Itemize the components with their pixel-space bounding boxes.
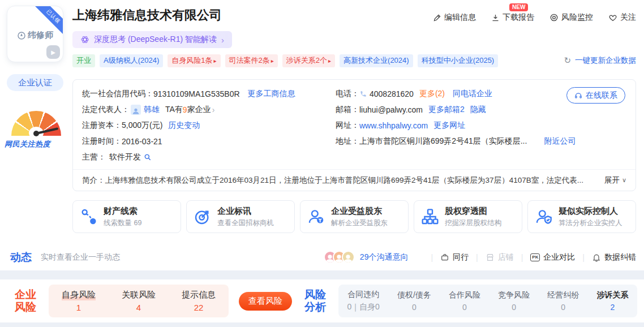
person-avatar-icon	[131, 105, 141, 115]
status-tags: 开业 A级纳税人(2024) 自身风险1条▸ 司法案件2条▸ 涉诉关系2个▸ 高…	[72, 54, 498, 67]
info-left-column: 统一社会信用代码： 91310109MA1G535B0R 更多工商信息 法定代表…	[82, 86, 336, 165]
reg-date-label: 注册时间：	[82, 136, 122, 147]
card-property-clues[interactable]: 财产线索线索数量 69	[72, 200, 181, 233]
risk-monitor-label: 风险监控	[561, 12, 593, 23]
website-row: 网址： www.shhpalwy.com 更多网址	[336, 118, 626, 134]
company-logo: 纬修师	[7, 30, 63, 41]
play-icon: ▶	[51, 49, 55, 55]
cooperation-risk-stat[interactable]: 合作风险 0	[449, 290, 480, 312]
view-risk-button[interactable]: 查看风险	[239, 292, 292, 311]
email-label: 邮箱：	[336, 105, 359, 115]
rep-company-count: 9	[183, 105, 187, 114]
arrow-right-icon: ▸	[213, 58, 216, 64]
atom-icon	[80, 35, 89, 44]
tag-open-status[interactable]: 开业	[72, 54, 95, 67]
risk-analysis-box: 合同违约 0｜自身0 债权/债务 0 合作风险 0 竞争风险 0 经营纠纷 0 …	[338, 285, 637, 317]
history-change-link[interactable]: 历史变动	[168, 121, 200, 131]
same-phone-companies-link[interactable]: 同电话企业	[453, 89, 492, 99]
expand-toggle[interactable]: 展开 ∨	[604, 175, 626, 186]
card-beneficial-shareholders[interactable]: 企业受益股东解析企业受益股东	[300, 200, 409, 233]
avatar	[342, 251, 355, 264]
heart-icon	[608, 14, 617, 22]
tag-self-risk[interactable]: 自身风险1条▸	[168, 54, 220, 67]
contract-breach-stat[interactable]: 合同违约 0｜自身0	[347, 290, 380, 312]
website-link[interactable]: www.shhpalwy.com	[359, 121, 428, 130]
competition-risk-stat[interactable]: 竞争风险 0	[498, 290, 530, 312]
reg-capital-value: 5,000万(元)	[122, 121, 162, 131]
header-actions: 编辑信息 NEW 下载报告 风险监控 关注	[433, 12, 636, 23]
edit-info-button[interactable]: 编辑信息	[433, 12, 476, 23]
person-icon	[132, 107, 140, 115]
reg-capital-row: 注册资本： 5,000万(元) 历史变动	[82, 118, 336, 134]
clue-nodes-icon	[80, 208, 98, 226]
org-chart-icon	[421, 208, 439, 226]
company-name-title: 上海纬雅信息技术有限公司	[72, 7, 222, 24]
website-label: 网址：	[336, 121, 359, 131]
email-hide-link[interactable]: 隐藏	[470, 105, 486, 115]
pencil-icon	[433, 14, 441, 22]
card-tender-news[interactable]: 企业标讯查看全国招标商机	[186, 200, 295, 233]
download-report-label: 下载报告	[503, 12, 534, 23]
online-contact-button[interactable]: 在线联系	[566, 87, 625, 104]
communication-intent-link[interactable]: 29个沟通意向	[360, 252, 409, 263]
card-actual-controller[interactable]: 疑似实际控制人算法分析企业实控人	[527, 200, 636, 233]
nearby-companies-link[interactable]: 附近公司	[544, 136, 576, 147]
arrow-right-icon: ▸	[271, 58, 274, 64]
gauge-pivot	[33, 131, 39, 136]
card-equity-penetration[interactable]: 股权穿透图挖掘深层股权结构	[414, 200, 522, 233]
refresh-icon: ↻	[564, 55, 571, 66]
follow-button[interactable]: 关注	[608, 12, 636, 23]
rep-count-suffix: 家企业	[187, 105, 211, 115]
dynamics-subtitle: 实时查看企业一手动态	[41, 252, 120, 263]
update-data-label: 一键更新企业数据	[575, 55, 636, 66]
litigation-relation-stat[interactable]: 涉诉关系 2	[596, 290, 628, 312]
play-video-button[interactable]: ▶	[46, 45, 60, 59]
chevron-right-icon[interactable]: ›	[212, 105, 215, 114]
legal-rep-name-link[interactable]: 韩雄	[144, 105, 160, 115]
arrow-right-icon: ▸	[328, 58, 331, 64]
phone-more-link[interactable]: 更多(2)	[419, 89, 445, 99]
operation-dispute-stat[interactable]: 经营纠纷 0	[547, 290, 579, 312]
new-badge: NEW	[509, 3, 528, 11]
risk-monitor-button[interactable]: 风险监控	[549, 12, 593, 23]
logo-text: 纬修师	[28, 30, 53, 41]
deepseek-ai-banner[interactable]: 深度思考 (DeepSeek-R1) 智能解读 ›	[72, 31, 232, 48]
company-compare-button[interactable]: PK 企业对比	[523, 252, 582, 263]
main-business-row: 主营： 软件开发	[82, 149, 336, 165]
rep-count-prefix: TA有	[165, 105, 183, 115]
update-data-link[interactable]: ↻ 一键更新企业数据	[564, 55, 636, 66]
company-logo-card[interactable]: 纬修师 已认领 ▶	[7, 6, 63, 62]
address-label: 地址：	[336, 136, 359, 147]
attention-heat-gauge	[11, 111, 61, 136]
credit-code-row: 统一社会信用代码： 91310109MA1G535B0R 更多工商信息	[82, 86, 336, 102]
more-business-link[interactable]: 更多工商信息	[248, 89, 295, 99]
feature-cards-row: 财产线索线索数量 69 企业标讯查看全国招标商机 企业受益股东解析企业受益股东	[72, 200, 636, 233]
legal-rep-label: 法定代表人：	[82, 105, 130, 115]
tag-sme-tech[interactable]: 科技型中小企业(2025)	[418, 54, 499, 67]
follow-label: 关注	[620, 12, 636, 23]
email-more-link[interactable]: 更多邮箱2	[428, 105, 465, 115]
related-risk-stat[interactable]: 关联风险 4	[122, 290, 156, 312]
tag-judicial-cases[interactable]: 司法案件2条▸	[225, 54, 278, 67]
email-value: liuhui@palwy.com	[359, 105, 423, 114]
peers-button[interactable]: 同行	[433, 252, 476, 263]
download-report-button[interactable]: NEW 下载报告	[491, 12, 534, 23]
website-more-link[interactable]: 更多网址	[433, 121, 465, 131]
chevron-right-icon: ›	[221, 35, 224, 45]
tag-hightech-enterprise[interactable]: 高新技术企业(2024)	[340, 54, 413, 67]
tag-taxpayer[interactable]: A级纳税人(2024)	[100, 54, 163, 67]
debt-stat[interactable]: 债权/债务 0	[397, 290, 431, 312]
address-row: 地址： 上海市普陀区铜川路699弄2号41层（实际楼层... 附近公司	[336, 134, 626, 149]
tag-litigation-relations[interactable]: 涉诉关系2个▸	[282, 54, 335, 67]
hint-info-stat[interactable]: 提示信息 22	[182, 290, 216, 312]
beneficiary-person-icon	[307, 208, 325, 226]
search-icon[interactable]	[144, 153, 152, 161]
shop-button[interactable]: 店铺	[478, 252, 521, 263]
self-risk-stat[interactable]: 自身风险 1	[62, 290, 96, 312]
intro-row: 简介：上海纬雅信息技术有限公司成立于2016年03月21日，注册地位于上海市普陀…	[73, 169, 636, 191]
ai-banner-label: 深度思考 (DeepSeek-R1) 智能解读	[94, 35, 217, 45]
target-icon	[194, 208, 212, 226]
enterprise-cert-badge[interactable]: 企业认证	[7, 74, 63, 91]
bottom-divider	[0, 322, 644, 327]
data-correction-button[interactable]: 数据纠错	[585, 252, 636, 263]
